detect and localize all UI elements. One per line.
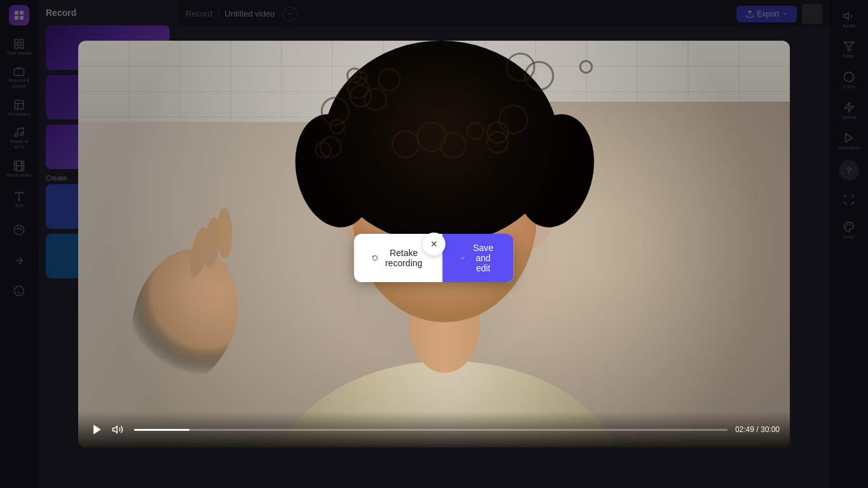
close-icon: ×	[431, 238, 438, 250]
retake-label: Retake recording	[383, 248, 424, 268]
close-button[interactable]: ×	[423, 233, 445, 255]
svg-marker-23	[113, 426, 118, 433]
check-icon	[461, 253, 466, 263]
save-and-edit-button[interactable]: Save and edit	[443, 234, 514, 282]
svg-marker-22	[93, 425, 101, 435]
volume-icon	[112, 424, 123, 435]
save-edit-label: Save and edit	[470, 243, 496, 273]
retake-icon	[372, 253, 378, 263]
time-display: 02:49 / 30:00	[735, 425, 780, 434]
progress-bar[interactable]	[134, 429, 728, 431]
play-button[interactable]	[88, 421, 106, 438]
progress-fill	[134, 429, 189, 431]
volume-button[interactable]	[109, 421, 126, 438]
play-icon	[91, 423, 104, 436]
video-controls: 02:49 / 30:00	[78, 412, 790, 447]
